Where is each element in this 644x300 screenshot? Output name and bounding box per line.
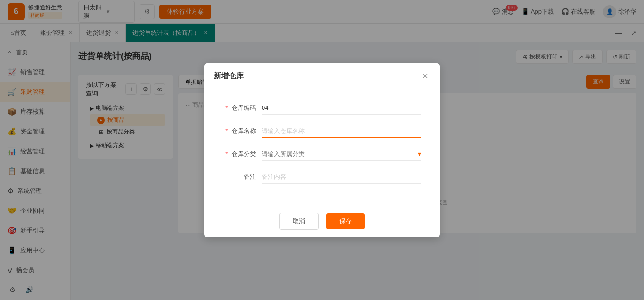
category-dropdown-arrow: ▾ [418,150,421,158]
warehouse-category-label: * 仓库分类 [223,150,256,158]
note-label: 备注 [223,173,256,181]
required-star-name: * [225,127,228,134]
warehouse-name-row: * 仓库名称 [223,125,421,138]
modal-title: 新增仓库 [214,71,244,81]
modal-close-button[interactable]: ✕ [419,71,430,82]
warehouse-category-input[interactable] [262,148,421,160]
modal-add-warehouse: 新增仓库 ✕ * 仓库编码 * 仓库名称 [204,63,440,237]
modal-overlay[interactable]: 新增仓库 ✕ * 仓库编码 * 仓库名称 [0,0,644,300]
modal-cancel-button[interactable]: 取消 [279,213,319,230]
required-star-code: * [225,104,228,111]
warehouse-name-input[interactable] [262,125,421,138]
modal-footer: 取消 保存 [204,205,440,237]
warehouse-code-row: * 仓库编码 [223,101,421,115]
modal-save-button[interactable]: 保存 [326,213,365,229]
warehouse-category-wrapper: ▾ [262,148,421,161]
warehouse-category-row: * 仓库分类 ▾ [223,148,421,161]
warehouse-code-label: * 仓库编码 [223,104,256,112]
modal-header: 新增仓库 ✕ [204,63,440,90]
warehouse-code-input[interactable] [262,101,421,115]
required-star-category: * [225,150,228,158]
modal-body: * 仓库编码 * 仓库名称 * 仓库分类 [204,90,440,205]
note-row: 备注 [223,170,421,184]
warehouse-name-label: * 仓库名称 [223,127,256,135]
note-input[interactable] [262,170,421,184]
